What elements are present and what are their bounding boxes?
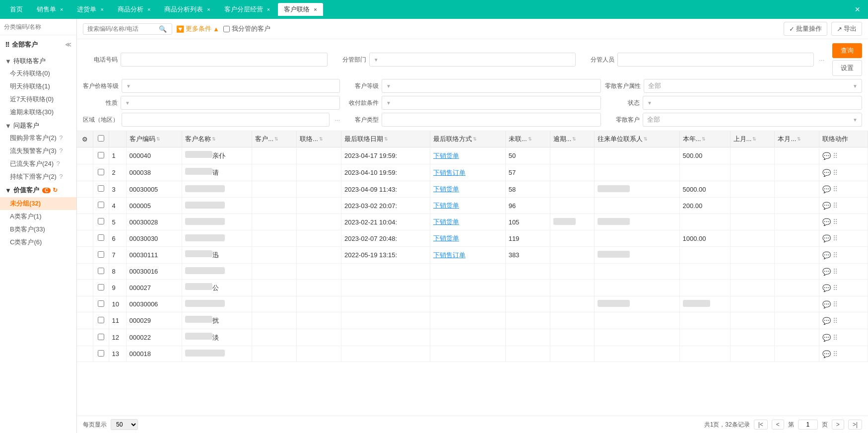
close-analysis-tab[interactable]: × (147, 6, 150, 12)
sidebar-item-lapsed[interactable]: 已流失客户(24) ? (0, 157, 76, 170)
col-this-year[interactable]: 本年... ⇅ (679, 131, 730, 147)
reset-button[interactable]: 设置 (832, 60, 862, 76)
prev-page-btn[interactable]: < (772, 420, 784, 430)
person-select[interactable] (617, 53, 814, 67)
contact-action-icon[interactable]: 💬 (822, 334, 831, 342)
row-checkbox-cell[interactable] (93, 147, 109, 164)
status-select[interactable]: ▼ (643, 96, 862, 110)
contact-action-icon[interactable]: 💬 (822, 218, 831, 226)
row-last-method[interactable] (430, 329, 506, 346)
collapse-sidebar-icon[interactable]: ≪ (65, 41, 71, 48)
row-last-method[interactable] (430, 280, 506, 296)
row-checkbox[interactable] (98, 185, 104, 192)
more-action-icon[interactable]: ⠿ (833, 185, 838, 193)
row-checkbox[interactable] (98, 152, 104, 158)
row-checkbox-cell[interactable] (93, 329, 109, 346)
row-checkbox-cell[interactable] (93, 164, 109, 181)
nav-tab-analysis[interactable]: 商品分析 × (112, 3, 156, 16)
last-method-link[interactable]: 下销售订单 (433, 169, 466, 176)
row-checkbox-cell[interactable] (93, 230, 109, 247)
col-no-days[interactable]: 未联... ⇅ (505, 131, 550, 147)
query-button[interactable]: 查询 (832, 43, 862, 58)
contact-action-icon[interactable]: 💬 (822, 317, 831, 325)
row-checkbox[interactable] (98, 218, 104, 224)
last-method-link[interactable]: 下销货单 (433, 218, 459, 225)
sidebar-item-ungroup[interactable]: 未分组(32) (0, 197, 76, 210)
sort-this-year[interactable]: 本年... ⇅ (683, 135, 706, 144)
row-checkbox[interactable] (98, 350, 104, 357)
retail-attr-select[interactable]: 全部 ▼ (644, 79, 862, 93)
row-checkbox[interactable] (98, 334, 104, 340)
row-checkbox-cell[interactable] (93, 247, 109, 264)
sort-last-month[interactable]: 上月... ⇅ (734, 135, 757, 144)
col-settings[interactable]: ⚙ (77, 131, 93, 147)
last-method-link[interactable]: 下销货单 (433, 202, 459, 209)
row-checkbox-cell[interactable] (93, 280, 109, 296)
sidebar-item-declining[interactable]: 持续下滑客户(2) ? (0, 170, 76, 183)
select-all-checkbox[interactable] (98, 135, 104, 142)
sort-this-month[interactable]: 本月... ⇅ (778, 135, 801, 144)
page-input[interactable] (798, 420, 818, 430)
row-last-method[interactable]: 下销货单 (430, 198, 506, 214)
customer-type-select[interactable] (382, 113, 601, 127)
sort-contact[interactable]: 联络... ⇅ (300, 135, 323, 144)
phone-input[interactable] (121, 53, 328, 67)
contact-action-icon[interactable]: 💬 (822, 169, 831, 177)
last-method-link[interactable]: 下销货单 (433, 234, 459, 242)
sidebar-search-input[interactable] (4, 23, 77, 30)
row-checkbox[interactable] (98, 169, 104, 175)
dots-icon2[interactable]: ··· (334, 116, 340, 124)
last-method-link[interactable]: 下销售订单 (433, 251, 466, 259)
row-last-method[interactable] (430, 346, 506, 362)
contact-action-icon[interactable]: 💬 (822, 300, 831, 308)
dots-icon[interactable]: ··· (819, 56, 824, 64)
col-unit-contact[interactable]: 往来单位联系人 ⇅ (595, 131, 679, 147)
last-method-link[interactable]: 下销货单 (433, 152, 459, 159)
contact-action-icon[interactable]: 💬 (822, 350, 831, 358)
row-checkbox[interactable] (98, 317, 104, 323)
sidebar-item-today[interactable]: 今天待联络(0) (0, 67, 76, 80)
close-purchase-tab[interactable]: × (100, 6, 103, 12)
contact-action-icon[interactable]: 💬 (822, 268, 831, 276)
contact-action-icon[interactable]: 💬 (822, 185, 831, 193)
sidebar-all-customers[interactable]: ⠿ 全部客户 ≪ (0, 37, 76, 52)
row-last-method[interactable] (430, 264, 506, 280)
contact-action-icon[interactable]: 💬 (822, 152, 831, 160)
sort-name[interactable]: 客户名称 ⇅ (185, 135, 216, 144)
col-contact[interactable]: 联络... ⇅ (297, 131, 341, 147)
contact-action-icon[interactable]: 💬 (822, 251, 831, 259)
more-action-icon[interactable]: ⠿ (833, 152, 838, 160)
close-customer-contact-tab[interactable]: × (314, 6, 317, 12)
last-page-btn[interactable]: >| (848, 420, 862, 430)
next-page-btn[interactable]: > (832, 420, 844, 430)
col-name[interactable]: 客户名称 ⇅ (182, 131, 252, 147)
col-last-contact-method[interactable]: 最后联络方式 ⇅ (430, 131, 506, 147)
more-action-icon[interactable]: ⠿ (833, 251, 838, 259)
payment-select[interactable]: ▼ (382, 96, 601, 110)
row-last-method[interactable]: 下销货单 (430, 147, 506, 164)
region-select[interactable] (122, 113, 330, 127)
sidebar-item-lapse-warning[interactable]: 流失预警客户(3) ? (0, 144, 76, 157)
sidebar-value-group[interactable]: ▼ 价值客户 C ↻ (0, 183, 76, 197)
more-action-icon[interactable]: ⠿ (833, 202, 838, 210)
row-checkbox[interactable] (98, 284, 104, 290)
row-last-method[interactable]: 下销货单 (430, 230, 506, 247)
price-tier-select[interactable]: ▼ (122, 79, 340, 93)
row-checkbox[interactable] (98, 251, 104, 258)
close-customer-tier-tab[interactable]: × (267, 6, 270, 12)
contact-action-icon[interactable]: 💬 (822, 202, 831, 210)
col-checkbox-all[interactable] (93, 131, 109, 147)
nav-tab-sales[interactable]: 销售单 × (31, 3, 69, 16)
col-this-month[interactable]: 本月... ⇅ (775, 131, 819, 147)
sidebar-item-7days[interactable]: 近7天待联络(0) (0, 93, 76, 106)
row-last-method[interactable]: 下销货单 (430, 181, 506, 198)
row-checkbox-cell[interactable] (93, 181, 109, 198)
nav-tab-customer-tier[interactable]: 客户分层经营 × (218, 3, 276, 16)
more-action-icon[interactable]: ⠿ (833, 268, 838, 276)
sidebar-wait-contact-group[interactable]: ▼ 待联络客户 (0, 54, 76, 67)
row-checkbox-cell[interactable] (93, 264, 109, 280)
customer-tier-select[interactable]: ▼ (382, 79, 601, 93)
row-last-method[interactable]: 下销售订单 (430, 164, 506, 181)
sidebar-problem-group[interactable]: ▼ 问题客户 (0, 119, 76, 132)
last-method-link[interactable]: 下销货单 (433, 185, 459, 193)
